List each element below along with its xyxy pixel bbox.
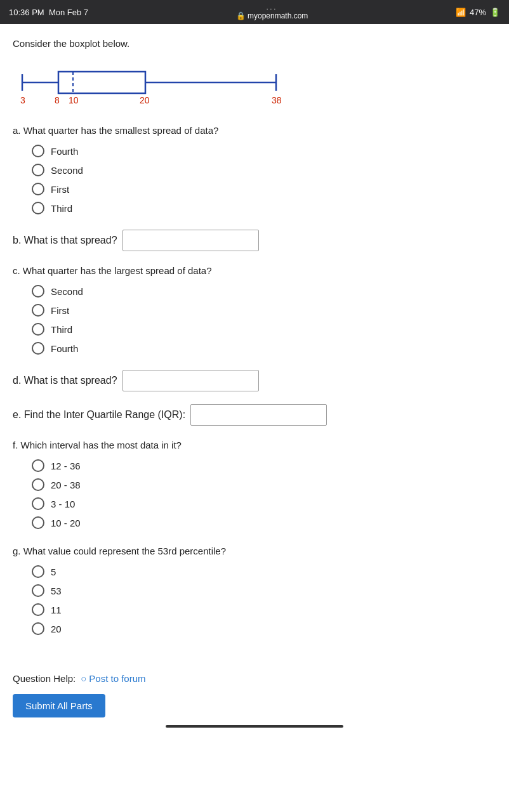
svg-text:20: 20	[140, 95, 150, 105]
battery-level: 47%	[470, 8, 486, 17]
battery-icon: 🔋	[490, 8, 500, 17]
option-label-53: 53	[51, 586, 62, 596]
radio-5[interactable]	[32, 565, 44, 578]
question-a-section: a. What quarter has the smallest spread …	[13, 124, 496, 214]
radio-20-38[interactable]	[32, 478, 44, 491]
post-to-forum-label: Post to forum	[89, 673, 145, 684]
option-third-a[interactable]: Third	[32, 202, 496, 214]
status-bar: 10:36 PM Mon Feb 7 ... 🔒 myopenmath.com …	[0, 0, 509, 24]
option-fourth-a[interactable]: Fourth	[32, 145, 496, 157]
question-a-label: a. What quarter has the smallest spread …	[13, 124, 496, 137]
option-53[interactable]: 53	[32, 584, 496, 597]
radio-20[interactable]	[32, 622, 44, 635]
page-title: Consider the boxplot below.	[13, 37, 496, 50]
question-f-section: f. Which interval has the most data in i…	[13, 438, 496, 529]
status-time: 10:36 PM Mon Feb 7	[9, 8, 88, 17]
option-third-c[interactable]: Third	[32, 323, 496, 336]
question-d-label: d. What is that spread?	[13, 375, 117, 386]
option-label-3-10: 3 - 10	[51, 499, 75, 509]
option-fourth-c[interactable]: Fourth	[32, 342, 496, 355]
option-10-20[interactable]: 10 - 20	[32, 516, 496, 529]
option-20-38[interactable]: 20 - 38	[32, 478, 496, 491]
option-3-10[interactable]: 3 - 10	[32, 497, 496, 510]
option-label-third-a: Third	[51, 203, 72, 214]
radio-fourth-a[interactable]	[32, 145, 44, 157]
radio-first-c[interactable]	[32, 304, 44, 317]
option-label-fourth-c: Fourth	[51, 343, 78, 354]
option-11[interactable]: 11	[32, 603, 496, 616]
bottom-section: Question Help: ○ Post to forum Submit Al…	[13, 673, 496, 747]
boxplot-svg: 3 8 10 20 38	[13, 60, 286, 105]
question-e-section: e. Find the Inter Quartile Range (IQR):	[13, 404, 496, 426]
radio-second-c[interactable]	[32, 285, 44, 298]
question-e-input[interactable]	[190, 404, 327, 426]
question-c-label: c. What quarter has the largest spread o…	[13, 264, 496, 277]
bottom-divider	[166, 725, 343, 728]
wifi-icon: 📶	[456, 8, 466, 17]
status-dots: ...	[267, 4, 277, 11]
radio-fourth-c[interactable]	[32, 342, 44, 355]
radio-third-a[interactable]	[32, 202, 44, 214]
question-help-label: Question Help:	[13, 673, 76, 684]
option-first-a[interactable]: First	[32, 183, 496, 195]
question-d-input[interactable]	[122, 370, 259, 391]
option-label-second-a: Second	[51, 165, 83, 176]
status-right: 📶 47% 🔋	[456, 8, 500, 17]
question-g-section: g. What value could represent the 53rd p…	[13, 544, 496, 635]
option-label-11: 11	[51, 605, 62, 615]
option-label-10-20: 10 - 20	[51, 518, 81, 528]
question-help: Question Help: ○ Post to forum	[13, 673, 496, 684]
question-e-label: e. Find the Inter Quartile Range (IQR):	[13, 409, 185, 421]
question-b-section: b. What is that spread?	[13, 230, 496, 251]
question-b-input[interactable]	[122, 230, 259, 251]
option-label-5: 5	[51, 566, 56, 577]
option-label-second-c: Second	[51, 286, 83, 297]
svg-text:3: 3	[20, 95, 25, 105]
option-label-20: 20	[51, 624, 62, 634]
question-f-label: f. Which interval has the most data in i…	[13, 438, 496, 452]
question-g-options: 5 53 11 20	[32, 565, 496, 635]
option-label-12-36: 12 - 36	[51, 461, 81, 471]
radio-third-c[interactable]	[32, 323, 44, 336]
post-to-forum-link[interactable]: ○ Post to forum	[81, 673, 145, 684]
message-icon: ○	[81, 673, 86, 684]
boxplot-container: 3 8 10 20 38	[13, 60, 496, 111]
option-first-c[interactable]: First	[32, 304, 496, 317]
question-a-options: Fourth Second First Third	[32, 145, 496, 214]
question-g-label: g. What value could represent the 53rd p…	[13, 544, 496, 558]
radio-first-a[interactable]	[32, 183, 44, 195]
option-label-20-38: 20 - 38	[51, 480, 81, 490]
option-label-fourth-a: Fourth	[51, 146, 78, 157]
option-second-c[interactable]: Second	[32, 285, 496, 298]
browser-url: 🔒 myopenmath.com	[236, 11, 308, 20]
radio-11[interactable]	[32, 603, 44, 616]
svg-text:8: 8	[55, 95, 60, 105]
question-f-options: 12 - 36 20 - 38 3 - 10 10 - 20	[32, 459, 496, 529]
radio-3-10[interactable]	[32, 497, 44, 510]
option-label-first-a: First	[51, 184, 69, 195]
submit-all-parts-button[interactable]: Submit All Parts	[13, 694, 105, 717]
option-label-third-c: Third	[51, 324, 72, 335]
question-c-section: c. What quarter has the largest spread o…	[13, 264, 496, 355]
question-b-label: b. What is that spread?	[13, 235, 117, 246]
radio-10-20[interactable]	[32, 516, 44, 529]
question-d-section: d. What is that spread?	[13, 370, 496, 391]
svg-text:38: 38	[272, 95, 282, 105]
radio-12-36[interactable]	[32, 459, 44, 472]
svg-rect-2	[58, 72, 145, 93]
main-content: Consider the boxplot below.	[0, 24, 509, 797]
question-c-options: Second First Third Fourth	[32, 285, 496, 355]
radio-second-a[interactable]	[32, 164, 44, 176]
option-label-first-c: First	[51, 305, 69, 316]
option-second-a[interactable]: Second	[32, 164, 496, 176]
option-20[interactable]: 20	[32, 622, 496, 635]
svg-text:10: 10	[69, 95, 79, 105]
radio-53[interactable]	[32, 584, 44, 597]
status-center: ... 🔒 myopenmath.com	[236, 4, 308, 20]
option-5[interactable]: 5	[32, 565, 496, 578]
option-12-36[interactable]: 12 - 36	[32, 459, 496, 472]
